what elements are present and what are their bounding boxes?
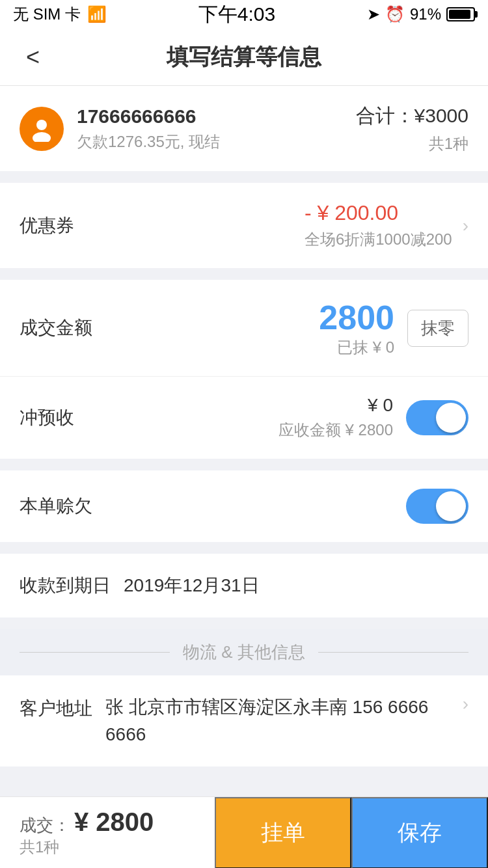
debt-label: 本单赊欠	[20, 494, 92, 519]
coupon-right: - ¥ 200.00 全场6折满1000减200 ›	[305, 201, 468, 250]
prereceipt-sub: 应收金额 ¥ 2800	[278, 420, 393, 441]
prereceipt-row: 冲预收 ¥ 0 应收金额 ¥ 2800	[0, 376, 488, 459]
debt-toggle-knob	[436, 491, 466, 521]
debt-toggle[interactable]	[406, 489, 468, 524]
avatar	[20, 107, 64, 151]
due-date-row: 收款到期日 2019年12月31日	[0, 554, 488, 617]
address-row[interactable]: 客户地址 张 北京市市辖区海淀区永丰南 156 6666 6666 ›	[0, 675, 488, 766]
customer-phone: 17666666666	[77, 105, 220, 128]
sim-status: 无 SIM 卡	[13, 4, 81, 25]
hold-button[interactable]: 挂单	[215, 797, 351, 869]
battery-percent: 91%	[410, 5, 441, 23]
divider-line-right	[318, 652, 468, 653]
coupon-value: - ¥ 200.00	[305, 201, 452, 225]
coupon-values: - ¥ 200.00 全场6折满1000减200	[305, 201, 452, 250]
coupon-section: 优惠券 - ¥ 200.00 全场6折满1000减200 ›	[0, 183, 488, 268]
debt-row: 本单赊欠	[0, 470, 488, 542]
deal-amount-row: 成交金额 2800 已抹 ¥ 0 抹零	[0, 280, 488, 376]
logistics-divider: 物流 & 其他信息	[0, 629, 488, 675]
content: 17666666666 欠款1276.35元, 现结 合计：¥3000 共1种 …	[0, 86, 488, 845]
bottom-info: 成交： ¥ 2800 共1种	[0, 807, 215, 858]
toggle-knob	[436, 403, 466, 433]
divider-line-left	[20, 652, 170, 653]
deal-amount-sub: 已抹 ¥ 0	[319, 337, 394, 358]
customer-row: 17666666666 欠款1276.35元, 现结 合计：¥3000 共1种	[0, 86, 488, 171]
status-left: 无 SIM 卡 📶	[13, 4, 107, 25]
deal-right: 2800 已抹 ¥ 0 抹零	[319, 298, 468, 358]
deal-amount-number: 2800	[319, 298, 394, 337]
address-value: 张 北京市市辖区海淀区永丰南 156 6666 6666	[105, 694, 463, 748]
alarm-icon: ⏰	[385, 5, 405, 23]
bottom-deal-amount: ¥ 2800	[74, 807, 154, 837]
address-chevron: ›	[463, 694, 468, 714]
address-label: 客户地址	[20, 696, 92, 721]
svg-point-1	[33, 132, 51, 142]
customer-info: 17666666666 欠款1276.35元, 现结	[77, 105, 220, 152]
prereceipt-value: ¥ 0	[278, 395, 393, 416]
svg-point-0	[36, 120, 47, 130]
prereceipt-label: 冲预收	[20, 405, 74, 430]
coupon-chevron: ›	[463, 215, 468, 236]
total-count: 共1种	[356, 133, 468, 154]
bottom-deal-label: 成交：	[20, 814, 70, 837]
prereceipt-values: ¥ 0 应收金额 ¥ 2800	[278, 395, 393, 441]
due-date-value: 2019年12月31日	[124, 573, 260, 598]
location-icon: ➤	[367, 5, 380, 23]
deal-amount-label: 成交金额	[20, 316, 92, 340]
coupon-label: 优惠券	[20, 213, 74, 238]
coupon-sub: 全场6折满1000减200	[305, 229, 452, 250]
deal-amount-values: 2800 已抹 ¥ 0	[319, 298, 394, 358]
debt-section: 本单赊欠	[0, 470, 488, 542]
customer-sub-info: 欠款1276.35元, 现结	[77, 131, 220, 152]
wifi-icon: 📶	[87, 5, 107, 23]
back-button[interactable]: <	[20, 37, 46, 77]
bottom-deal-row: 成交： ¥ 2800	[20, 807, 195, 837]
nav-bar: < 填写结算等信息	[0, 29, 488, 86]
total-amount: 合计：¥3000	[356, 103, 468, 129]
customer-right: 合计：¥3000 共1种	[356, 103, 468, 154]
status-time: 下午4:03	[198, 1, 275, 28]
page-title: 填写结算等信息	[167, 42, 321, 72]
deal-section: 成交金额 2800 已抹 ¥ 0 抹零 冲预收 ¥ 0 应收金额 ¥ 2800	[0, 280, 488, 459]
prereceipt-toggle[interactable]	[406, 400, 468, 435]
coupon-row[interactable]: 优惠券 - ¥ 200.00 全场6折满1000减200 ›	[0, 183, 488, 268]
logistics-label: 物流 & 其他信息	[183, 641, 305, 664]
status-right: ➤ ⏰ 91%	[367, 5, 475, 23]
prereceipt-right: ¥ 0 应收金额 ¥ 2800	[278, 395, 468, 441]
customer-section: 17666666666 欠款1276.35元, 现结 合计：¥3000 共1种	[0, 86, 488, 171]
save-button[interactable]: 保存	[351, 797, 488, 869]
status-bar: 无 SIM 卡 📶 下午4:03 ➤ ⏰ 91%	[0, 0, 488, 29]
battery-icon	[446, 7, 475, 21]
customer-left: 17666666666 欠款1276.35元, 现结	[20, 105, 220, 152]
round-zero-button[interactable]: 抹零	[407, 310, 468, 347]
bottom-bar: 成交： ¥ 2800 共1种 挂单 保存	[0, 796, 488, 868]
bottom-deal-count: 共1种	[20, 837, 195, 858]
due-date-label: 收款到期日	[20, 573, 111, 598]
